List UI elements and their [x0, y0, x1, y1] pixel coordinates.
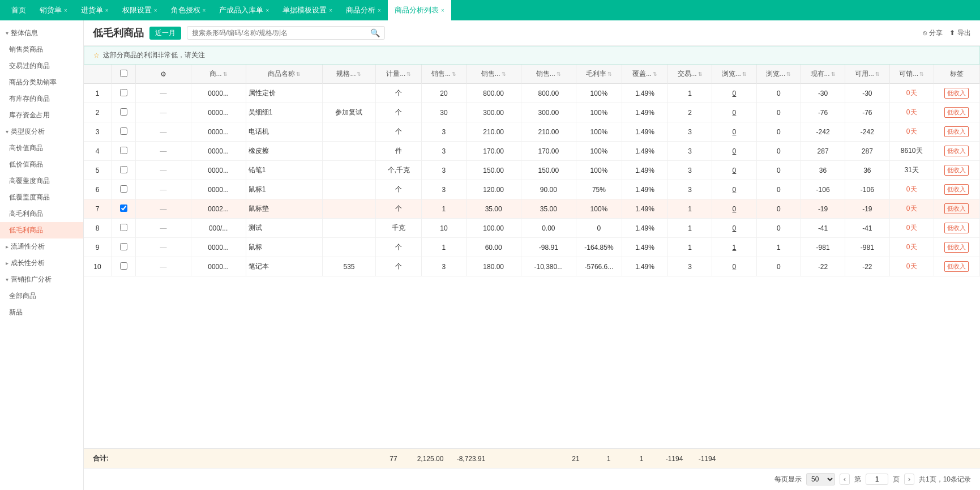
- sidebar-item-traded-goods[interactable]: 交易过的商品: [0, 58, 83, 74]
- row-checkbox[interactable]: [120, 89, 127, 96]
- table-wrapper[interactable]: ⚙ 商...⇅ 商品名称⇅ 规格...⇅ 计量...⇅ 销售...⇅ 销售...…: [84, 65, 980, 448]
- row-checkbox[interactable]: [120, 243, 127, 250]
- sidebar-item-high-value[interactable]: 高价值商品: [0, 140, 83, 156]
- th-sell[interactable]: 可销...⇅: [889, 65, 934, 84]
- sidebar-item-high-coverage[interactable]: 高覆盖度商品: [0, 173, 83, 189]
- nav-purchase[interactable]: 进货单 ×: [74, 0, 115, 20]
- th-spec[interactable]: 规格...⇅: [322, 65, 376, 84]
- th-view1[interactable]: 浏览...⇅: [712, 65, 756, 84]
- cell-check[interactable]: [112, 103, 136, 122]
- cell-check[interactable]: [112, 199, 136, 219]
- th-view2[interactable]: 浏览...⇅: [756, 65, 801, 84]
- cell-unit: 个: [376, 199, 422, 219]
- warning-icon: ☆: [93, 52, 100, 59]
- row-checkbox[interactable]: [120, 224, 127, 231]
- th-qty[interactable]: 销售...⇅: [422, 65, 466, 84]
- prev-page-button[interactable]: ‹: [840, 474, 850, 485]
- sidebar-item-low-value[interactable]: 低价值商品: [0, 156, 83, 173]
- sidebar-section-marketing[interactable]: ▾ 营销推广分析: [0, 271, 83, 288]
- nav-home[interactable]: 首页: [5, 0, 33, 20]
- sidebar-item-all-goods[interactable]: 全部商品: [0, 288, 83, 304]
- sidebar-item-new-goods[interactable]: 新品: [0, 304, 83, 321]
- sidebar-section-flow[interactable]: ▸ 流通性分析: [0, 238, 83, 255]
- search-input[interactable]: [192, 29, 367, 37]
- nav-goods-analysis-list[interactable]: 商品分析列表 ×: [388, 0, 451, 20]
- row-checkbox[interactable]: [120, 108, 127, 116]
- next-page-button[interactable]: ›: [904, 474, 914, 485]
- cell-view1[interactable]: 0: [712, 199, 756, 219]
- cell-check[interactable]: [112, 84, 136, 103]
- search-box[interactable]: 🔍: [187, 26, 385, 40]
- nav-product-in-close[interactable]: ×: [266, 7, 269, 14]
- sidebar-section-overall[interactable]: ▾ 整体信息: [0, 25, 83, 41]
- cell-check[interactable]: [112, 257, 136, 276]
- nav-role[interactable]: 角色授权 ×: [164, 0, 213, 20]
- sidebar-item-sales-goods[interactable]: 销售类商品: [0, 41, 83, 58]
- row-checkbox[interactable]: [120, 204, 127, 212]
- select-all-checkbox[interactable]: [120, 70, 127, 77]
- th-price2[interactable]: 销售...⇅: [521, 65, 576, 84]
- th-avail[interactable]: 可用...⇅: [845, 65, 889, 84]
- th-gross[interactable]: 毛利率⇅: [576, 65, 622, 84]
- cell-check[interactable]: [112, 219, 136, 238]
- th-curr[interactable]: 现有...⇅: [801, 65, 845, 84]
- cell-view1[interactable]: 0: [712, 103, 756, 122]
- cell-index: 9: [84, 238, 112, 257]
- nav-template-close[interactable]: ×: [329, 7, 332, 14]
- cell-check[interactable]: [112, 238, 136, 257]
- nav-sales[interactable]: 销货单 ×: [33, 0, 74, 20]
- th-unit[interactable]: 计量...⇅: [376, 65, 422, 84]
- cell-curr: -19: [801, 199, 845, 219]
- nav-goods-analysis[interactable]: 商品分析 ×: [339, 0, 388, 20]
- page-size-select[interactable]: 50 20 100: [806, 473, 835, 485]
- nav-purchase-close[interactable]: ×: [105, 7, 109, 14]
- th-code[interactable]: 商...⇅: [191, 65, 246, 84]
- cell-view1[interactable]: 0: [712, 161, 756, 180]
- time-filter-button[interactable]: 近一月: [149, 27, 181, 40]
- nav-template[interactable]: 单据模板设置 ×: [276, 0, 339, 20]
- nav-product-in[interactable]: 产成品入库单 ×: [212, 0, 276, 20]
- th-name[interactable]: 商品名称⇅: [246, 65, 322, 84]
- cell-view1[interactable]: 0: [712, 84, 756, 103]
- cell-view1[interactable]: 0: [712, 122, 756, 142]
- sidebar-item-high-profit[interactable]: 高毛利商品: [0, 206, 83, 222]
- nav-permission[interactable]: 权限设置 ×: [115, 0, 164, 20]
- cell-view1[interactable]: 1: [712, 238, 756, 257]
- nav-goods-analysis-close[interactable]: ×: [378, 7, 381, 14]
- th-check[interactable]: [112, 65, 136, 84]
- nav-sales-close[interactable]: ×: [64, 7, 67, 14]
- cell-check[interactable]: [112, 180, 136, 199]
- share-button[interactable]: ⎋ 分享: [923, 28, 943, 38]
- th-settings[interactable]: ⚙: [136, 65, 191, 84]
- search-icon[interactable]: 🔍: [370, 28, 380, 37]
- th-cover[interactable]: 覆盖...⇅: [622, 65, 667, 84]
- row-checkbox[interactable]: [120, 147, 127, 154]
- nav-permission-close[interactable]: ×: [154, 7, 157, 14]
- sidebar-item-low-coverage[interactable]: 低覆盖度商品: [0, 189, 83, 206]
- sidebar-item-low-profit[interactable]: 低毛利商品: [0, 222, 83, 238]
- cell-view1[interactable]: 0: [712, 219, 756, 238]
- nav-role-close[interactable]: ×: [203, 7, 206, 14]
- sidebar: ▾ 整体信息 销售类商品 交易过的商品 商品分类助销率 有库存的商品 库存资金占…: [0, 20, 84, 490]
- cell-check[interactable]: [112, 161, 136, 180]
- sidebar-item-category-rate[interactable]: 商品分类助销率: [0, 74, 83, 91]
- sidebar-section-growth[interactable]: ▸ 成长性分析: [0, 255, 83, 271]
- sidebar-item-in-stock[interactable]: 有库存的商品: [0, 91, 83, 107]
- cell-view1[interactable]: 0: [712, 142, 756, 161]
- sidebar-item-capital[interactable]: 库存资金占用: [0, 107, 83, 123]
- sidebar-section-type[interactable]: ▾ 类型度分析: [0, 123, 83, 140]
- row-checkbox[interactable]: [120, 262, 127, 270]
- row-checkbox[interactable]: [120, 166, 127, 173]
- th-price1[interactable]: 销售...⇅: [466, 65, 521, 84]
- nav-goods-list-close[interactable]: ×: [441, 7, 444, 14]
- row-checkbox[interactable]: [120, 185, 127, 193]
- export-button[interactable]: ⬆ 导出: [949, 28, 971, 38]
- cell-view1[interactable]: 0: [712, 257, 756, 276]
- th-trade[interactable]: 交易...⇅: [667, 65, 712, 84]
- cell-check[interactable]: [112, 122, 136, 142]
- row-checkbox[interactable]: [120, 127, 127, 135]
- page-number-input[interactable]: [866, 474, 888, 485]
- cell-view1[interactable]: 0: [712, 180, 756, 199]
- cell-check[interactable]: [112, 142, 136, 161]
- th-tag[interactable]: 标签: [934, 65, 979, 84]
